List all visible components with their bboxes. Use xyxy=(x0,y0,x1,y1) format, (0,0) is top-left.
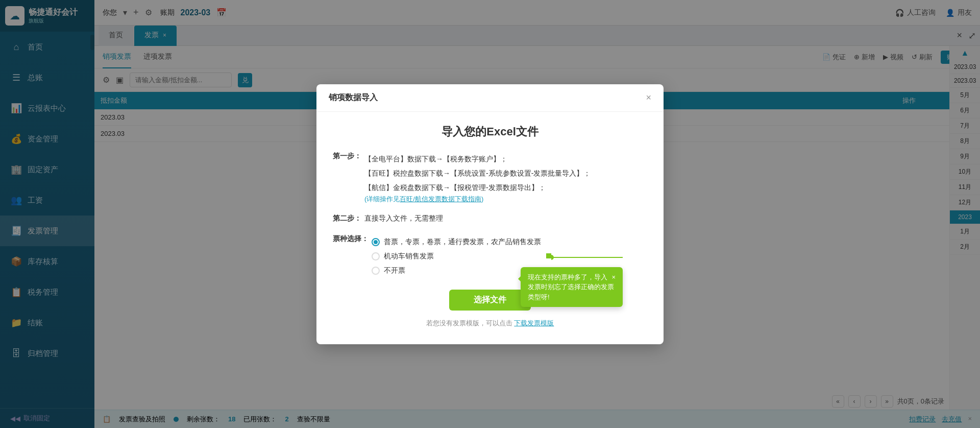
modal-overlay: 销项数据导入 × 导入您的Excel文件 第一步： 【全电平台】数据下载→【税务… xyxy=(0,0,980,428)
step1-line1: 【全电平台】数据下载→【税务数字账户】； xyxy=(364,152,591,166)
tooltip-bubble: × 现在支持的票种多了，导入发票时别忘了选择正确的发票类型呀! xyxy=(521,267,623,307)
step1-note-link[interactable]: 百旺/航信发票数据下载指南 xyxy=(400,195,481,203)
select-file-button[interactable]: 选择文件 xyxy=(449,290,531,311)
ticket-label: 票种选择： xyxy=(333,233,369,244)
radio-group: 普票，专票，卷票，通行费发票，农产品销售发票 机动车销售发票 xyxy=(372,237,541,275)
radio-item-0[interactable]: 普票，专票，卷票，通行费发票，农产品销售发票 xyxy=(372,237,541,247)
modal: 销项数据导入 × 导入您的Excel文件 第一步： 【全电平台】数据下载→【税务… xyxy=(316,84,664,344)
step1-line2: 【百旺】税控盘数据下载→【系统设置-系统参数设置-发票批量导入】； xyxy=(364,166,591,180)
modal-body: 导入您的Excel文件 第一步： 【全电平台】数据下载→【税务数字账户】； 【百… xyxy=(316,112,664,344)
step1-content: 【全电平台】数据下载→【税务数字账户】； 【百旺】税控盘数据下载→【系统设置-系… xyxy=(364,152,591,204)
radio-circle-1 xyxy=(372,252,380,260)
radio-circle-2 xyxy=(372,267,380,275)
modal-step1: 第一步： 【全电平台】数据下载→【税务数字账户】； 【百旺】税控盘数据下载→【系… xyxy=(333,152,647,204)
radio-item-2[interactable]: 不开票 xyxy=(372,266,541,275)
radio-circle-0 xyxy=(372,238,380,246)
tooltip-close-icon[interactable]: × xyxy=(611,272,616,282)
modal-step2: 第二步： 直接导入文件，无需整理 xyxy=(333,214,647,223)
step2-content: 直接导入文件，无需整理 xyxy=(364,214,443,223)
download-template-link[interactable]: 下载发票模版 xyxy=(514,319,554,327)
modal-close-icon[interactable]: × xyxy=(646,92,651,103)
ticket-selection: 票种选择： 普票，专票，卷票，通行费发票，农产品销售发票 机动车销售发票 xyxy=(333,233,647,275)
modal-main-title: 导入您的Excel文件 xyxy=(333,124,647,139)
modal-header: 销项数据导入 × xyxy=(316,84,664,112)
tooltip-dot xyxy=(546,253,551,258)
step1-line3: 【航信】金税盘数据下载→【报税管理-发票数据导出】； xyxy=(364,180,591,195)
tooltip-line xyxy=(551,255,633,260)
step1-note: (详细操作见百旺/航信发票数据下载指南) xyxy=(364,195,591,204)
step1-label: 第一步： xyxy=(333,152,361,204)
radio-item-1[interactable]: 机动车销售发票 × 现在支持的票种多了，导入发票时别忘了选择正确的发票类型呀! xyxy=(372,252,541,261)
modal-footer-note: 若您没有发票模版，可以点击 下载发票模版 xyxy=(333,319,647,328)
svg-point-1 xyxy=(551,255,554,260)
modal-title: 销项数据导入 xyxy=(329,92,378,103)
step2-label: 第二步： xyxy=(333,214,361,223)
